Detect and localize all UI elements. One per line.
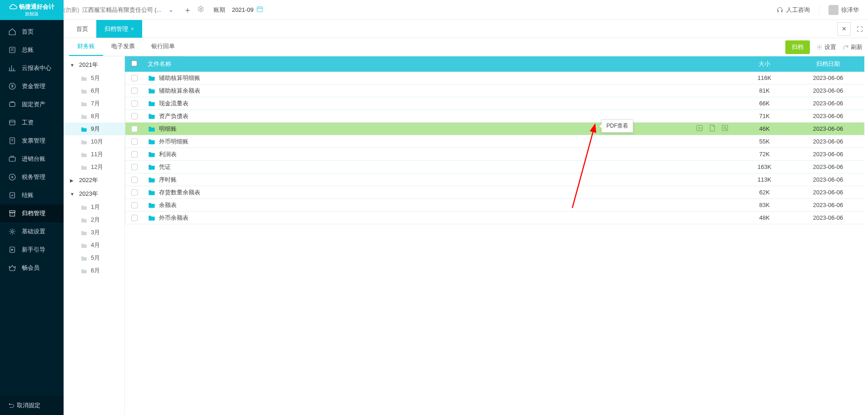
close-tab-button[interactable]: ✕ — [837, 22, 851, 36]
sidebar-item-close[interactable]: 结账 — [0, 186, 64, 204]
company-name: 江西服宝精品有限责任公司 (... — [82, 6, 162, 14]
add-button[interactable]: ＋ — [184, 5, 192, 15]
sidebar-item-vip[interactable]: 畅会员 — [0, 259, 64, 277]
period-value[interactable]: 2021-09 — [232, 6, 253, 13]
row-checkbox[interactable] — [131, 88, 138, 94]
sidebar-item-payroll[interactable]: 工资 — [0, 114, 64, 132]
pdf-view-icon[interactable] — [721, 124, 729, 133]
sidebar-item-label: 资金管理 — [22, 82, 45, 90]
select-all-checkbox[interactable] — [131, 60, 137, 67]
settings-link[interactable]: 设置 — [816, 43, 836, 51]
folder-icon — [81, 217, 87, 222]
tree-year[interactable]: ▼2021年 — [64, 58, 124, 72]
svg-rect-5 — [9, 157, 15, 161]
tree-month[interactable]: 6月 — [64, 84, 124, 97]
table-row[interactable]: 外币余额表48K2023-06-06 — [125, 212, 864, 224]
file-name: 余额表 — [159, 201, 177, 209]
sidebar-item-money[interactable]: 资金管理 — [0, 77, 64, 95]
export-icon[interactable] — [695, 124, 704, 133]
tree-year[interactable]: ▼2023年 — [64, 187, 124, 201]
row-checkbox[interactable] — [131, 113, 138, 119]
tree-month[interactable]: 3月 — [64, 226, 124, 239]
fullscreen-icon[interactable] — [854, 24, 865, 35]
pdf-icon[interactable] — [708, 124, 716, 133]
row-checkbox[interactable] — [131, 202, 138, 208]
file-name: 利润表 — [159, 150, 177, 158]
folder-icon — [81, 114, 87, 119]
tree-month[interactable]: 5月 — [64, 252, 124, 264]
tree-month[interactable]: 5月 — [64, 72, 124, 84]
table-row[interactable]: 辅助核算明细账116K2023-06-06 — [125, 72, 864, 84]
row-checkbox[interactable] — [131, 164, 138, 170]
tree-month[interactable]: 1月 — [64, 201, 124, 213]
company-switcher[interactable]: (勿删) 江西服宝精品有限责任公司 (... ⌄ — [64, 6, 178, 14]
tree-month[interactable]: 11月 — [64, 148, 124, 161]
file-date: 2023-06-06 — [792, 74, 864, 81]
tree-month[interactable]: 10月 — [64, 135, 124, 148]
sidebar-item-guide[interactable]: 新手引导 — [0, 241, 64, 259]
close-icon — [8, 191, 16, 199]
sidebar-item-chart[interactable]: 云报表中心 — [0, 59, 64, 77]
row-checkbox[interactable] — [131, 138, 138, 145]
table-row[interactable]: 序时账113K2023-06-06 — [125, 173, 864, 186]
folder-icon — [81, 89, 87, 94]
tree-month[interactable]: 12月 — [64, 161, 124, 173]
row-checkbox[interactable] — [131, 75, 138, 81]
table-row[interactable]: 余额表83K2023-06-06 — [125, 199, 864, 212]
subtab-2[interactable]: 银行回单 — [143, 38, 183, 56]
subtab-1[interactable]: 电子发票 — [103, 38, 143, 56]
table-row[interactable]: 外币明细账55K2023-06-06 — [125, 135, 864, 148]
sidebar-item-stock[interactable]: 进销台账 — [0, 150, 64, 168]
folder-icon — [81, 243, 87, 248]
file-date: 2023-06-06 — [792, 87, 864, 94]
table-row[interactable]: 利润表72K2023-06-06 — [125, 148, 864, 161]
row-checkbox[interactable] — [131, 151, 138, 158]
tree-month[interactable]: 7月 — [64, 97, 124, 110]
tax-icon — [8, 173, 16, 181]
subtab-0[interactable]: 财务账 — [69, 38, 103, 56]
table-row[interactable]: 现金流量表66K2023-06-06 — [125, 97, 864, 110]
divider — [819, 5, 819, 15]
sidebar-item-asset[interactable]: 固定资产 — [0, 95, 64, 114]
file-name: 外币余额表 — [159, 214, 188, 222]
settings-icon[interactable] — [197, 5, 204, 14]
sidebar-item-invoice[interactable]: 发票管理 — [0, 132, 64, 150]
tree-year[interactable]: ▶2022年 — [64, 173, 124, 187]
sidebar-item-settings[interactable]: 基础设置 — [0, 222, 64, 241]
row-checkbox[interactable] — [131, 189, 138, 196]
table-row[interactable]: 辅助核算余额表81K2023-06-06 — [125, 84, 864, 97]
file-size: 55K — [737, 138, 792, 145]
month-label: 12月 — [91, 163, 103, 171]
folder-icon — [81, 139, 87, 144]
folder-icon — [148, 88, 155, 94]
sidebar-item-home[interactable]: 首页 — [0, 23, 64, 41]
folder-icon — [81, 205, 87, 210]
row-checkbox[interactable] — [131, 100, 138, 107]
row-checkbox[interactable] — [131, 215, 138, 221]
support-link[interactable]: 人工咨询 — [776, 6, 810, 14]
calendar-icon[interactable] — [256, 5, 263, 14]
sidebar-item-tax[interactable]: 税务管理 — [0, 168, 64, 186]
tab-0[interactable]: 首页 — [68, 20, 96, 38]
table-row[interactable]: 存货数量余额表62K2023-06-06 — [125, 186, 864, 199]
tree-month[interactable]: 6月 — [64, 264, 124, 277]
tree-month[interactable]: 9月 — [64, 123, 124, 135]
table-row[interactable]: 资产负债表71K2023-06-06 — [125, 110, 864, 123]
row-checkbox[interactable] — [131, 126, 138, 132]
table-row[interactable]: 明细账46K2023-06-06 — [125, 123, 864, 135]
unpin-toggle[interactable]: ⮌ 取消固定 — [0, 396, 64, 415]
table-row[interactable]: 凭证163K2023-06-06 — [125, 161, 864, 173]
gear-icon — [816, 44, 823, 50]
tree-month[interactable]: 4月 — [64, 239, 124, 252]
support-label: 人工咨询 — [786, 6, 810, 14]
refresh-link[interactable]: 刷新 — [843, 43, 863, 51]
archive-button[interactable]: 归档 — [785, 40, 810, 54]
sidebar-item-archive[interactable]: 归档管理 — [0, 204, 64, 222]
tree-month[interactable]: 8月 — [64, 110, 124, 123]
tree-month[interactable]: 2月 — [64, 213, 124, 226]
row-checkbox[interactable] — [131, 177, 138, 183]
user-menu[interactable]: 徐泽华 — [828, 5, 859, 15]
close-icon[interactable]: × — [131, 26, 134, 32]
sidebar-item-ledger[interactable]: 总账 — [0, 41, 64, 59]
tab-1[interactable]: 归档管理× — [96, 20, 142, 38]
